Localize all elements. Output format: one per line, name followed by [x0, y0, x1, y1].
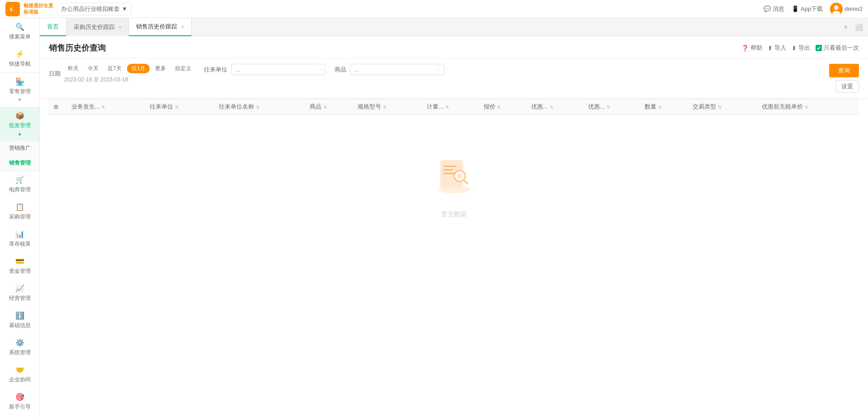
import-btn[interactable]: ⬆ 导入 — [768, 44, 786, 52]
sidebar-item-system[interactable]: ⚙️ 系统管理 — [0, 334, 39, 361]
checkbox-checked-icon — [816, 45, 822, 51]
close-all-tabs-btn[interactable]: × — [842, 22, 849, 33]
page-header-actions: ❓ 帮助 ⬆ 导入 ⬇ 导出 只看最后一次 — [741, 44, 859, 52]
page-title: 销售历史价查询 — [49, 43, 106, 53]
avatar-icon — [830, 3, 843, 15]
user-avatar[interactable]: demo2 — [830, 3, 863, 15]
filter-actions-col: 查询 设置 — [829, 64, 859, 93]
sidebar-item-operations[interactable]: 📈 经营管理 — [0, 280, 39, 307]
date-tab-custom[interactable]: 自定义 — [171, 64, 195, 73]
sidebar-item-wholesale[interactable]: 📦 批发管理 ▲ — [0, 107, 39, 141]
goods-dots: ··· — [435, 66, 440, 73]
operations-icon: 📈 — [15, 284, 24, 293]
sort-partner-icon: ⇅ — [175, 104, 179, 109]
quick-nav-icon: ⚡ — [15, 50, 24, 58]
import-icon: ⬆ — [768, 45, 773, 52]
tab-sales-close[interactable]: × — [181, 24, 184, 29]
gear-icon[interactable]: ⚙ — [53, 104, 59, 110]
date-tab-yesterday[interactable]: 昨天 — [64, 64, 82, 73]
sidebar-item-finance[interactable]: 💳 资金管理 — [0, 252, 39, 280]
top-bar-left: 6 畅捷通好生意 标准版 办公用品行业模拟账套 ▼ — [5, 2, 132, 16]
tab-bar-end: × ⬜ — [842, 22, 868, 33]
filter-row: 日期 昨天 今天 近7天 近1月 更多 自定义 2023-02-18 至 202… — [49, 64, 859, 93]
sort-discount2-icon: ⇅ — [606, 104, 610, 109]
date-range-display: 2023-02-18 至 2023-03-18 — [64, 76, 195, 84]
sort-discount1-icon: ⇅ — [550, 104, 553, 109]
query-button[interactable]: 查询 — [829, 64, 859, 77]
sidebar-item-quick-nav[interactable]: ⚡ 快捷导航 — [0, 45, 39, 72]
th-settings: ⚙ — [49, 99, 67, 115]
goods-input-field[interactable] — [354, 66, 435, 73]
svg-line-11 — [464, 180, 467, 184]
wholesale-icon: 📦 — [15, 111, 24, 120]
sidebar-item-appstore[interactable]: 📱 应用中心 — [0, 415, 39, 418]
th-partner[interactable]: 往来单位 ⇅ — [145, 99, 214, 115]
message-btn[interactable]: 💬 消息 — [764, 5, 784, 13]
svg-point-12 — [457, 173, 463, 179]
goods-filter-input[interactable]: ··· — [350, 64, 444, 75]
only-last-label: 只看最后一次 — [824, 44, 859, 52]
export-btn[interactable]: ⬇ 导出 — [792, 44, 810, 52]
date-tab-last7[interactable]: 近7天 — [104, 64, 125, 73]
sidebar-item-inventory[interactable]: 📊 库存核算 — [0, 225, 39, 252]
sort-spec-icon: ⇅ — [383, 104, 387, 109]
th-biz-date[interactable]: 业务发生... ⇅ — [67, 99, 145, 115]
partner-dots: ··· — [316, 66, 321, 73]
goods-filter-label: 商品 — [335, 66, 346, 74]
sidebar-item-sales[interactable]: 销售管理 — [0, 156, 39, 171]
system-icon: ⚙️ — [15, 338, 24, 347]
date-tab-today[interactable]: 今天 — [84, 64, 102, 73]
sidebar-item-cooperation[interactable]: 🤝 企业协同 — [0, 361, 39, 388]
tab-purchase-close[interactable]: × — [118, 24, 121, 30]
help-btn[interactable]: ❓ 帮助 — [741, 44, 762, 52]
svg-rect-9 — [443, 173, 455, 174]
sidebar-item-purchase[interactable]: 📋 采购管理 — [0, 198, 39, 225]
page-header: 销售历史价查询 ❓ 帮助 ⬆ 导入 ⬇ 导出 — [40, 36, 868, 58]
sidebar-item-basic[interactable]: ℹ️ 基础信息 — [0, 307, 39, 334]
purchase-icon: 📋 — [15, 203, 24, 211]
retail-icon: 🏪 — [15, 77, 24, 86]
sort-trade-type-icon: ⇅ — [718, 104, 722, 109]
tab-purchase-history[interactable]: 采购历史价跟踪 × — [66, 18, 129, 36]
th-qty[interactable]: 数量 ⇅ — [640, 99, 688, 115]
sidebar-item-marketing[interactable]: 营销推广 — [0, 141, 39, 156]
maximize-btn[interactable]: ⬜ — [853, 22, 864, 33]
th-discount2[interactable]: 优惠... ⇅ — [584, 99, 640, 115]
message-icon: 💬 — [764, 5, 771, 12]
th-discount1[interactable]: 优惠... ⇅ — [527, 99, 583, 115]
top-bar-right: 💬 消息 📱 App下载 demo2 — [764, 3, 863, 15]
partner-filter-input[interactable]: ··· — [231, 64, 326, 75]
sidebar-item-retail[interactable]: 🏪 零售管理 ▼ — [0, 72, 39, 107]
svg-rect-8 — [443, 169, 453, 171]
partner-input-field[interactable] — [235, 66, 316, 73]
mobile-icon: 📱 — [792, 5, 799, 12]
sidebar-item-guide[interactable]: 🎯 新手引导 — [0, 388, 39, 415]
top-bar: 6 畅捷通好生意 标准版 办公用品行业模拟账套 ▼ 💬 消息 📱 App下载 — [0, 0, 868, 18]
goods-filter-group: 商品 ··· — [335, 64, 444, 75]
empty-state: 暂无数据 — [49, 115, 859, 255]
sidebar-item-ecommerce[interactable]: 🛒 电商管理 — [0, 171, 39, 198]
th-trade-type[interactable]: 交易类型 ⇅ — [688, 99, 757, 115]
dropdown-icon: ▼ — [122, 5, 127, 12]
tab-sales-history[interactable]: 销售历史价跟踪 × — [129, 18, 191, 36]
th-unit[interactable]: 计量... ⇅ — [422, 99, 479, 115]
th-price[interactable]: 报价 ⇅ — [479, 99, 527, 115]
th-no-tax-price[interactable]: 优惠前无税单价 ⇅ — [757, 99, 859, 115]
date-tab-more[interactable]: 更多 — [151, 64, 170, 73]
settings-button[interactable]: 设置 — [835, 80, 859, 93]
sidebar: 🔍 搜索菜单 ⚡ 快捷导航 🏪 零售管理 ▼ 📦 批发管理 ▲ 营销推广 销售管… — [0, 18, 40, 418]
th-partner-name[interactable]: 往来单位名称 ⇅ — [214, 99, 305, 115]
export-icon: ⬇ — [792, 45, 797, 52]
inventory-icon: 📊 — [15, 230, 24, 238]
app-download-btn[interactable]: 📱 App下载 — [792, 5, 823, 13]
date-tab-last1month[interactable]: 近1月 — [127, 64, 150, 73]
tab-home[interactable]: 首页 — [40, 18, 66, 36]
app-selector[interactable]: 办公用品行业模拟账套 ▼ — [57, 3, 132, 15]
help-icon: ❓ — [741, 45, 749, 52]
table-container: ⚙ 业务发生... ⇅ 往来单位 ⇅ 往来单位名称 — [40, 99, 868, 255]
th-spec[interactable]: 规格型号 ⇅ — [353, 99, 422, 115]
sidebar-item-search-menu[interactable]: 🔍 搜索菜单 — [0, 18, 39, 45]
th-goods[interactable]: 商品 ⇅ — [305, 99, 353, 115]
only-last-checkbox-wrapper[interactable]: 只看最后一次 — [816, 44, 859, 52]
date-filter-label: 日期 — [49, 70, 61, 78]
